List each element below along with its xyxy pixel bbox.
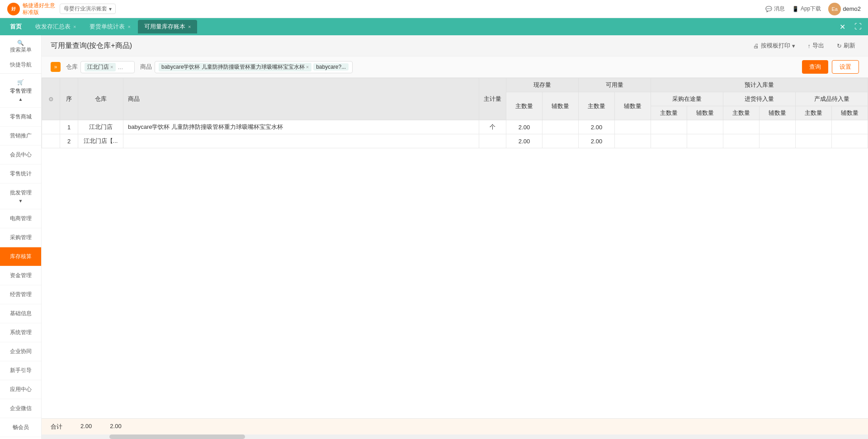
user-area[interactable]: Ea demo2: [828, 3, 861, 15]
avatar: Ea: [828, 3, 841, 15]
warehouse-more-btn[interactable]: ...: [118, 63, 123, 71]
filter-warehouse-group: 仓库 江北门店 × ...: [66, 61, 135, 73]
app-download-btn[interactable]: 📱 App下载: [792, 5, 821, 13]
row2-production-sub: [832, 134, 868, 148]
content-area: 可用量查询(按仓库+商品) 🖨 按模板打印 ▾ ↑ 导出 ↻ 刷新 »: [42, 35, 868, 439]
sidebar-item-retail[interactable]: 🛒 零售管理 ▲: [0, 74, 41, 108]
tab-receive[interactable]: 收发存汇总表 ×: [29, 20, 82, 33]
chevron-down-icon: ▼: [19, 198, 23, 203]
warehouse-label: 仓库: [66, 63, 78, 71]
row2-production-main: [796, 134, 832, 148]
sidebar-item-app-center[interactable]: 应用中心: [0, 380, 41, 399]
refresh-btn[interactable]: ↻ 刷新: [833, 40, 859, 52]
col-incoming-group-header: 进货待入量: [723, 92, 796, 106]
summary-available-main: 2.00: [110, 423, 121, 431]
query-button[interactable]: 查询: [802, 60, 828, 74]
settings-button[interactable]: 设置: [832, 60, 859, 74]
footer-summary: 合计 2.00 2.00: [51, 423, 122, 431]
warehouse-input[interactable]: 江北门店 × ...: [80, 61, 135, 73]
row1-warehouse: 江北门店: [78, 120, 123, 134]
table-wrapper: ⚙ 序 仓库 商品 主计量 现存量 可用量 预计入库量 主数量 辅数量 主数量: [42, 78, 868, 418]
message-btn[interactable]: 💬 消息: [765, 5, 785, 13]
row2-product: [123, 134, 479, 148]
row1-production-main: [796, 120, 832, 134]
gear-icon[interactable]: ⚙: [48, 96, 54, 103]
export-btn[interactable]: ↑ 导出: [804, 40, 828, 52]
col-available-main-header: 主数量: [579, 92, 615, 120]
row2-warehouse: 江北门店【...: [78, 134, 123, 148]
sidebar-item-ecommerce[interactable]: 电商管理: [0, 209, 41, 228]
sidebar-item-wholesale[interactable]: 批发管理 ▼: [0, 184, 41, 209]
phone-icon: 📱: [792, 6, 799, 12]
tab-close-receive[interactable]: ×: [73, 24, 76, 29]
sidebar-item-operations[interactable]: 经营管理: [0, 285, 41, 304]
row1-product: babycare学饮杯 儿童防摔防撞吸管杯重力球吸嘴杯宝宝水杯: [123, 120, 479, 134]
sidebar-item-retail-stats[interactable]: 零售统计: [0, 165, 41, 184]
chevron-icon: ▲: [19, 97, 23, 102]
nav-expand-btn[interactable]: ⛶: [852, 22, 864, 32]
row1-unit: 个: [479, 120, 506, 134]
product-tag1-remove[interactable]: ×: [306, 64, 309, 70]
sidebar-item-newbie[interactable]: 新手引导: [0, 361, 41, 380]
row2-stock-sub: [542, 134, 579, 148]
row2-purchase-main: [651, 134, 687, 148]
search-icon: 🔍: [17, 40, 24, 46]
tab-home[interactable]: 首页: [4, 20, 28, 33]
nav-tabs-right: ✕ ⛶: [837, 22, 864, 32]
sidebar-item-purchase[interactable]: 采购管理: [0, 228, 41, 247]
product-input[interactable]: babycare学饮杯 儿童防摔防撞吸管杯重力球吸嘴杯宝宝水杯 × babyca…: [155, 61, 353, 73]
sidebar-item-vip[interactable]: 畅会员: [0, 418, 41, 437]
nav-tabs: 首页 收发存汇总表 × 要货单统计表 × 可用量库存账本 × ✕ ⛶: [0, 18, 868, 35]
footer-bar: 合计 2.00 2.00: [42, 418, 868, 434]
sidebar: 🔍 搜索菜单 快捷导航 🛒 零售管理 ▲ 零售商城 营销推广 会员中心 零售统计…: [0, 35, 42, 439]
col-production-sub-header: 辅数量: [832, 106, 868, 120]
sidebar-quick-nav[interactable]: 快捷导航: [0, 58, 41, 74]
row2-available-sub: [615, 134, 651, 148]
refresh-icon: ↻: [837, 42, 842, 49]
page-header-actions: 🖨 按模板打印 ▾ ↑ 导出 ↻ 刷新: [750, 40, 859, 52]
page-title: 可用量查询(按仓库+商品): [51, 41, 132, 51]
sidebar-item-finance[interactable]: 资金管理: [0, 266, 41, 285]
inventory-table: ⚙ 序 仓库 商品 主计量 现存量 可用量 预计入库量 主数量 辅数量 主数量: [42, 78, 868, 148]
scrollbar-thumb[interactable]: [109, 434, 245, 439]
warehouse-tag: 江北门店 ×: [85, 63, 116, 71]
row1-settings: [42, 120, 60, 134]
filter-actions: 查询 设置: [802, 60, 859, 74]
col-settings-header: ⚙: [42, 78, 60, 120]
warehouse-tag-remove[interactable]: ×: [110, 64, 113, 70]
industry-selector[interactable]: 母婴行业演示账套 ▾: [60, 4, 116, 14]
sidebar-item-enterprise-wx[interactable]: 企业微信: [0, 399, 41, 418]
sidebar-item-system[interactable]: 系统管理: [0, 323, 41, 342]
logo-icon: 好: [7, 3, 20, 15]
filter-expand-btn[interactable]: »: [51, 62, 61, 72]
row1-incoming-main: [723, 120, 760, 134]
row1-stock-main: 2.00: [506, 120, 542, 134]
sidebar-item-basic[interactable]: 基础信息: [0, 304, 41, 323]
row2-purchase-sub: [687, 134, 723, 148]
sidebar-search[interactable]: 🔍 搜索菜单: [0, 35, 41, 58]
main-layout: 🔍 搜索菜单 快捷导航 🛒 零售管理 ▲ 零售商城 营销推广 会员中心 零售统计…: [0, 35, 868, 439]
row2-no: 2: [60, 134, 78, 148]
sidebar-item-member[interactable]: 会员中心: [0, 146, 41, 165]
sidebar-item-enterprise[interactable]: 企业协同: [0, 342, 41, 361]
tab-close-inventory[interactable]: ×: [188, 24, 191, 29]
row2-stock-main: 2.00: [506, 134, 542, 148]
nav-close-all-btn[interactable]: ✕: [837, 22, 848, 32]
table-row: 1 江北门店 babycare学饮杯 儿童防摔防撞吸管杯重力球吸嘴杯宝宝水杯 个…: [42, 120, 868, 134]
logo-text: 畅捷通好生意 标准版: [23, 2, 55, 15]
print-btn[interactable]: 🖨 按模板打印 ▾: [750, 40, 799, 52]
col-purchase-transit-group-header: 采购在途量: [651, 92, 723, 106]
row1-available-main: 2.00: [579, 120, 615, 134]
col-warehouse-header: 仓库: [78, 78, 123, 120]
row1-stock-sub: [542, 120, 579, 134]
export-icon: ↑: [808, 42, 811, 49]
tab-inventory[interactable]: 可用量库存账本 ×: [138, 20, 197, 33]
tab-close-order[interactable]: ×: [127, 24, 130, 29]
col-purchase-transit-sub-header: 辅数量: [687, 106, 723, 120]
sidebar-item-inventory[interactable]: 库存核算: [0, 247, 41, 266]
chevron-down-icon: ▾: [109, 6, 112, 12]
horizontal-scrollbar[interactable]: [42, 434, 868, 439]
sidebar-item-retail-store[interactable]: 零售商城: [0, 108, 41, 127]
tab-order[interactable]: 要货单统计表 ×: [83, 20, 137, 33]
sidebar-item-marketing[interactable]: 营销推广: [0, 127, 41, 146]
